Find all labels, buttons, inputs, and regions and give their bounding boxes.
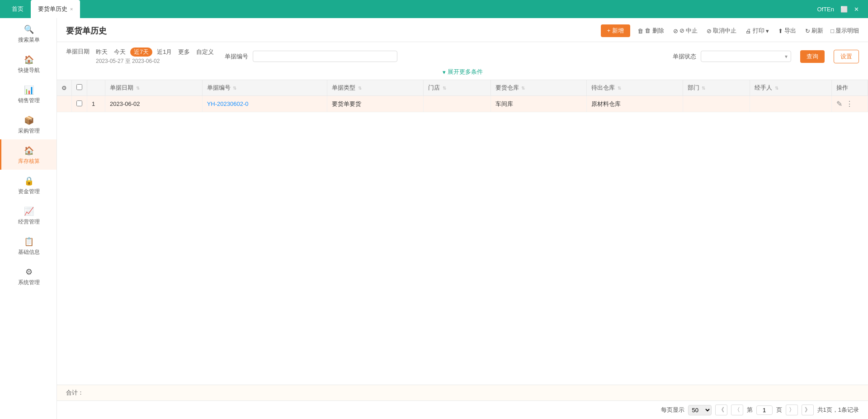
col-pending-warehouse-label: 待出仓库	[591, 84, 615, 91]
col-pending-warehouse-sort[interactable]: ⇅	[618, 86, 621, 90]
cancel-stop-label: 取消中止	[713, 27, 736, 35]
often-label[interactable]: OfTEn	[817, 6, 834, 13]
col-req-warehouse-label: 要货仓库	[495, 84, 519, 91]
sidebar-item-asset-mgmt[interactable]: 🔒 资金管理	[0, 170, 57, 200]
cancel-stop-icon: ⊘	[707, 28, 712, 34]
next-page-button[interactable]: 〉	[786, 405, 798, 415]
col-handler: 经手人 ⇅	[750, 80, 832, 96]
date-opt-more[interactable]: 更多	[176, 48, 192, 57]
col-department-sort[interactable]: ⇅	[702, 86, 705, 90]
col-doc-date-sort[interactable]: ⇅	[136, 86, 140, 90]
col-doc-type-label: 单据类型	[332, 84, 355, 91]
row-more-icon[interactable]: ⋮	[846, 100, 853, 108]
row-seq: 1	[87, 96, 105, 112]
sidebar-item-search-menu-label: 搜索菜单	[18, 36, 40, 44]
row-doc-no-link[interactable]: YH-20230602-0	[207, 100, 249, 107]
doc-status-select-wrapper	[701, 51, 791, 62]
sidebar-item-base-info[interactable]: 📋 基础信息	[0, 230, 57, 261]
delete-icon: 🗑	[637, 28, 643, 34]
data-table: ⚙ 单据日期 ⇅ 单据编号 ⇅	[57, 80, 868, 112]
table-settings-icon[interactable]: ⚙	[61, 85, 67, 91]
refresh-button[interactable]: ↻ 刷新	[803, 26, 825, 36]
table-header-row: ⚙ 单据日期 ⇅ 单据编号 ⇅	[57, 80, 868, 96]
row-department	[683, 96, 750, 112]
sidebar-item-inventory-calc[interactable]: 🏠 库存核算	[0, 139, 57, 170]
print-icon: 🖨	[745, 28, 751, 34]
col-req-warehouse: 要货仓库 ⇅	[491, 80, 587, 96]
col-handler-sort[interactable]: ⇅	[775, 86, 778, 90]
doc-status-filter-group: 单据状态	[673, 51, 791, 62]
table-area: ⚙ 单据日期 ⇅ 单据编号 ⇅	[57, 80, 868, 385]
ops-mgmt-icon: 📈	[24, 206, 34, 216]
close-window-icon[interactable]: ✕	[854, 6, 859, 13]
first-page-button[interactable]: 《	[715, 405, 727, 415]
row-checkbox-cell	[72, 96, 87, 112]
date-filter-group: 单据日期 昨天 今天 近7天 近1月 更多 自定义 2023-05-27 至 2…	[66, 48, 216, 65]
toolbar: + 新增 🗑 🗑 删除 ⊘ ⊘ 中止 ⊘ 取消中止 🖨 打印 ▾	[601, 24, 859, 37]
page-title: 要货单历史	[66, 25, 107, 36]
sidebar-item-search-menu[interactable]: 🔍 搜索菜单	[0, 18, 57, 48]
stop-button[interactable]: ⊘ ⊘ 中止	[671, 26, 700, 36]
row-edit-icon[interactable]: ✎	[836, 100, 842, 108]
query-button[interactable]: 查询	[800, 50, 825, 63]
col-req-warehouse-sort[interactable]: ⇅	[521, 86, 525, 90]
footer-summary: 合计：	[57, 385, 868, 400]
sidebar-item-purchase-mgmt-label: 采购管理	[18, 127, 40, 135]
display-cell-checkbox-icon: □	[830, 28, 834, 34]
delete-button[interactable]: 🗑 🗑 删除	[636, 26, 666, 36]
col-department: 部门 ⇅	[683, 80, 750, 96]
print-button[interactable]: 🖨 打印 ▾	[744, 26, 771, 36]
col-handler-label: 经手人	[755, 84, 772, 91]
tab-requisition-history[interactable]: 要货单历史 ×	[31, 0, 80, 18]
print-chevron-icon: ▾	[766, 28, 769, 34]
settings-button[interactable]: 设置	[834, 50, 859, 63]
date-opt-today[interactable]: 今天	[112, 48, 127, 57]
row-doc-type: 要货单要货	[327, 96, 424, 112]
sidebar-item-sys-mgmt[interactable]: ⚙ 系统管理	[0, 261, 57, 291]
row-pending-warehouse: 原材料仓库	[587, 96, 683, 112]
last-page-button[interactable]: 》	[802, 405, 814, 415]
tab-requisition-history-close[interactable]: ×	[70, 6, 73, 12]
stop-icon: ⊘	[673, 28, 678, 34]
select-all-checkbox[interactable]	[76, 84, 82, 90]
expand-more-label: 展开更多条件	[448, 68, 483, 76]
pagination: 每页显示 10 20 50 100 《 〈 第 页 〉 》 共1页，1条记录	[57, 400, 868, 419]
prev-page-button[interactable]: 〈	[731, 405, 743, 415]
col-settings: ⚙	[57, 80, 72, 96]
col-store-sort[interactable]: ⇅	[443, 86, 446, 90]
main-layout: 🔍 搜索菜单 🏠 快捷导航 📊 销售管理 📦 采购管理 🏠 库存核算 🔒 资金管…	[0, 18, 868, 419]
row-action-cell: ✎ ⋮	[832, 96, 868, 112]
page-number-input[interactable]	[756, 405, 773, 415]
sidebar-item-purchase-mgmt[interactable]: 📦 采购管理	[0, 109, 57, 139]
sidebar-item-sales-mgmt[interactable]: 📊 销售管理	[0, 79, 57, 109]
date-filter-label: 单据日期	[66, 48, 91, 56]
export-button[interactable]: ⬆ 导出	[776, 26, 798, 36]
refresh-icon: ↻	[805, 28, 810, 34]
doc-no-input[interactable]	[253, 51, 397, 62]
sidebar-item-sales-mgmt-label: 销售管理	[18, 97, 40, 105]
display-cell-label: 显示明细	[835, 27, 859, 35]
content-area: 要货单历史 + 新增 🗑 🗑 删除 ⊘ ⊘ 中止 ⊘ 取消中止 🖨 打印	[57, 18, 868, 419]
table-row: 1 2023-06-02 YH-20230602-0 要货单要货 车间库 原材料…	[57, 96, 868, 112]
tab-requisition-history-label: 要货单历史	[38, 5, 67, 13]
sidebar-item-ops-mgmt[interactable]: 📈 经营管理	[0, 200, 57, 230]
display-cell-button[interactable]: □ 显示明细	[830, 27, 859, 35]
cancel-stop-button[interactable]: ⊘ 取消中止	[705, 26, 738, 36]
col-doc-type: 单据类型 ⇅	[327, 80, 424, 96]
export-label: 导出	[784, 27, 796, 35]
sidebar-item-quick-nav[interactable]: 🏠 快捷导航	[0, 48, 57, 79]
expand-more-button[interactable]: ▾ 展开更多条件	[66, 68, 859, 76]
tab-home[interactable]: 首页	[5, 0, 31, 18]
row-checkbox[interactable]	[76, 100, 82, 106]
date-opt-custom[interactable]: 自定义	[194, 48, 216, 57]
page-size-select[interactable]: 10 20 50 100	[688, 405, 712, 415]
new-button[interactable]: + 新增	[601, 24, 630, 37]
col-doc-no-sort[interactable]: ⇅	[233, 86, 236, 90]
maximize-icon[interactable]: ⬜	[840, 6, 848, 13]
date-opt-yesterday[interactable]: 昨天	[94, 48, 109, 57]
doc-status-select[interactable]	[701, 51, 791, 62]
col-doc-type-sort[interactable]: ⇅	[358, 86, 362, 90]
date-opt-1month[interactable]: 近1月	[155, 48, 174, 57]
purchase-mgmt-icon: 📦	[24, 115, 34, 125]
date-opt-7days[interactable]: 近7天	[130, 48, 152, 57]
